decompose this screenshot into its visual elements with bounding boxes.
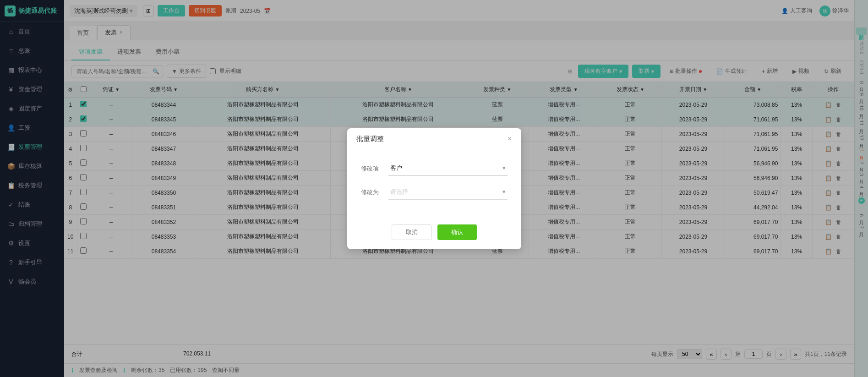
modify-to-chevron-icon: ▾	[502, 188, 506, 195]
modify-field-select: 客户 ▾	[388, 161, 508, 176]
modal-overlay: 批量调整 × 修改项 客户 ▾ 修改为 请选择 ▾	[0, 0, 868, 377]
modify-to-label: 修改为	[361, 188, 388, 197]
modify-to-select: 请选择 ▾	[388, 185, 508, 200]
modify-to-dropdown[interactable]: 请选择 ▾	[388, 185, 508, 199]
modify-to-placeholder: 请选择	[390, 188, 408, 196]
modify-field-dropdown[interactable]: 客户 ▾	[388, 161, 508, 175]
modify-field-chevron-icon: ▾	[502, 164, 506, 171]
batch-adjust-modal: 批量调整 × 修改项 客户 ▾ 修改为 请选择 ▾	[347, 128, 521, 249]
modal-footer: 取消 确认	[347, 220, 521, 249]
form-row-modify-field: 修改项 客户 ▾	[361, 161, 508, 176]
modal-body: 修改项 客户 ▾ 修改为 请选择 ▾	[347, 150, 521, 220]
modify-field-label: 修改项	[361, 164, 388, 173]
form-row-modify-to: 修改为 请选择 ▾	[361, 185, 508, 200]
modal-title: 批量调整	[356, 135, 384, 143]
cancel-button[interactable]: 取消	[392, 224, 432, 240]
modal-header: 批量调整 ×	[347, 128, 521, 150]
confirm-button[interactable]: 确认	[437, 224, 477, 240]
modify-field-value: 客户	[390, 164, 402, 172]
modal-close-button[interactable]: ×	[508, 135, 512, 143]
